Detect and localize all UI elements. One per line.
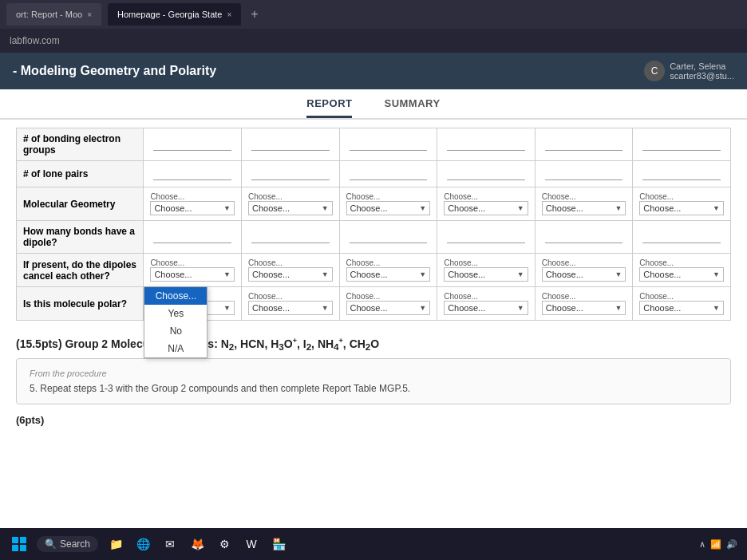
browser-chrome: ort: Report - Moo × Homepage - Georgia S… [0, 0, 747, 29]
tab-close-1[interactable]: × [87, 10, 92, 19]
cell-geo-6[interactable]: Choose... Choose... ▼ [633, 187, 731, 221]
tab-add-button[interactable]: + [247, 7, 261, 22]
svg-rect-1 [20, 537, 26, 543]
cell-bonding-3 [339, 128, 437, 161]
dropdown-geo-6[interactable]: Choose... ▼ [639, 201, 724, 215]
table-row-dipole: How many bonds have a dipole? [17, 221, 731, 254]
option-na[interactable]: N/A [144, 340, 207, 357]
dropdown-geo-1[interactable]: Choose... ▼ [150, 201, 235, 215]
cell-lone-5 [535, 161, 633, 187]
tab-label-1: ort: Report - Moo [16, 10, 82, 19]
dropdown-geo-4[interactable]: Choose... ▼ [444, 201, 528, 215]
dropdown-polar-4[interactable]: Choose... ▼ [444, 301, 528, 315]
svg-rect-3 [20, 545, 26, 551]
search-bar[interactable]: 🔍 Search [37, 536, 98, 552]
dropdown-cancel-3[interactable]: Choose... ▼ [346, 267, 431, 282]
tab-summary[interactable]: SUMMARY [384, 97, 440, 118]
search-icon: 🔍 [45, 538, 57, 550]
main-content: # of bonding electron groups # of lone p… [0, 120, 747, 560]
row-label-polar: Is this molecule polar? [17, 287, 144, 321]
dropdown-open-menu[interactable]: Choose... Yes No N/A [144, 286, 208, 358]
row-label-dipole: How many bonds have a dipole? [17, 221, 144, 254]
cell-bonding-1 [144, 128, 242, 161]
address-bar: labflow.com [0, 29, 747, 53]
tab-bar: REPORT SUMMARY [0, 89, 747, 120]
tab-close-2[interactable]: × [227, 10, 231, 19]
cell-geo-1[interactable]: Choose... Choose... ▼ [144, 187, 242, 221]
cell-geo-3[interactable]: Choose... Choose... ▼ [339, 187, 437, 221]
cell-cancel-4[interactable]: Choose... Choose... ▼ [437, 254, 536, 287]
option-choose[interactable]: Choose... [144, 287, 207, 305]
cell-lone-2 [241, 161, 339, 187]
taskbar: 🔍 Search 📁 🌐 ✉ 🦊 ⚙ W 🏪 ∧ 📶 🔊 [0, 528, 747, 560]
settings-icon[interactable]: ⚙ [215, 534, 234, 554]
user-details: Carter, Selena scarter83@stu... [670, 61, 734, 81]
content-area: # of bonding electron groups # of lone p… [0, 120, 747, 442]
row-label-geometry: Molecular Geometry [17, 187, 144, 221]
cell-dipole-1 [144, 221, 242, 254]
procedure-text: 5. Repeat steps 1-3 with the Group 2 com… [30, 383, 717, 394]
cell-geo-5[interactable]: Choose... Choose... ▼ [535, 187, 633, 221]
user-avatar: C [644, 61, 665, 81]
chrome-icon[interactable]: 🌐 [133, 534, 152, 554]
section2-heading: (15.5pts) Group 2 Molecules and Ions: N2… [16, 337, 731, 352]
cell-cancel-3[interactable]: Choose... Choose... ▼ [339, 254, 437, 287]
cell-dipole-4 [437, 221, 536, 254]
cell-geo-2[interactable]: Choose... Choose... ▼ [241, 187, 339, 221]
cell-cancel-5[interactable]: Choose... Choose... ▼ [535, 254, 633, 287]
data-table: # of bonding electron groups # of lone p… [16, 128, 731, 321]
mail-icon[interactable]: ✉ [160, 534, 180, 554]
store-icon[interactable]: 🏪 [269, 534, 288, 554]
row-label-bonding: # of bonding electron groups [17, 128, 144, 161]
cell-geo-4[interactable]: Choose... Choose... ▼ [437, 187, 536, 221]
tab-label-2: Homepage - Georgia State [117, 10, 222, 19]
table-row-lonepairs: # of lone pairs [17, 161, 731, 187]
option-yes[interactable]: Yes [144, 305, 207, 322]
row-label-lonepairs: # of lone pairs [17, 161, 144, 187]
dropdown-geo-3[interactable]: Choose... ▼ [346, 201, 431, 215]
sound-icon: 🔊 [726, 539, 737, 550]
dropdown-cancel-6[interactable]: Choose... ▼ [639, 267, 724, 282]
dropdown-geo-2[interactable]: Choose... ▼ [248, 201, 333, 215]
browser-tab-1[interactable]: ort: Report - Moo × [6, 3, 101, 26]
cell-cancel-2[interactable]: Choose... Choose... ▼ [241, 254, 339, 287]
dropdown-geo-5[interactable]: Choose... ▼ [542, 201, 626, 215]
option-no[interactable]: No [144, 322, 207, 340]
dropdown-polar-5[interactable]: Choose... ▼ [542, 301, 626, 315]
cell-polar-2[interactable]: Choose... Choose... ▼ [241, 287, 339, 321]
dropdown-polar-2[interactable]: Choose... ▼ [248, 301, 333, 315]
cell-polar-6[interactable]: Choose... Choose... ▼ [633, 287, 731, 321]
dropdown-cancel-5[interactable]: Choose... ▼ [542, 267, 626, 282]
cell-polar-4[interactable]: Choose... Choose... ▼ [437, 287, 536, 321]
cell-polar-5[interactable]: Choose... Choose... ▼ [535, 287, 633, 321]
cell-dipole-2 [241, 221, 339, 254]
user-email: scarter83@stu... [670, 71, 734, 81]
page-title: - Modeling Geometry and Polarity [13, 64, 216, 78]
file-explorer-icon[interactable]: 📁 [106, 534, 125, 554]
dropdown-cancel-1[interactable]: Choose... ▼ [150, 267, 235, 282]
browser2-icon[interactable]: 🦊 [188, 534, 207, 554]
windows-start-icon[interactable] [10, 534, 29, 554]
cell-cancel-6[interactable]: Choose... Choose... ▼ [633, 254, 731, 287]
dropdown-cancel-2[interactable]: Choose... ▼ [248, 267, 333, 282]
procedure-label: From the procedure [30, 369, 717, 378]
svg-rect-2 [12, 545, 18, 551]
table-row-cancel: If present, do the dipoles cancel each o… [17, 254, 731, 287]
address-text: labflow.com [10, 35, 60, 46]
table-row-polar: Is this molecule polar? Choose... Choose… [17, 287, 731, 321]
browser-tab-2[interactable]: Homepage - Georgia State × [108, 3, 241, 26]
cell-polar-3[interactable]: Choose... Choose... ▼ [339, 287, 437, 321]
cell-cancel-1[interactable]: Choose... Choose... ▼ Choose... Yes No N… [144, 254, 242, 287]
word-icon[interactable]: W [242, 534, 261, 554]
cell-bonding-6 [633, 128, 731, 161]
dropdown-polar-3[interactable]: Choose... ▼ [346, 301, 431, 315]
cell-bonding-5 [535, 128, 633, 161]
cell-lone-3 [339, 161, 437, 187]
user-info: C Carter, Selena scarter83@stu... [644, 61, 734, 81]
dropdown-polar-6[interactable]: Choose... ▼ [639, 301, 724, 315]
user-name: Carter, Selena [670, 61, 734, 71]
dropdown-cancel-4[interactable]: Choose... ▼ [444, 267, 528, 282]
tab-report[interactable]: REPORT [306, 97, 352, 118]
search-label: Search [60, 538, 90, 550]
taskbar-left: 🔍 Search 📁 🌐 ✉ 🦊 ⚙ W 🏪 [10, 534, 288, 554]
